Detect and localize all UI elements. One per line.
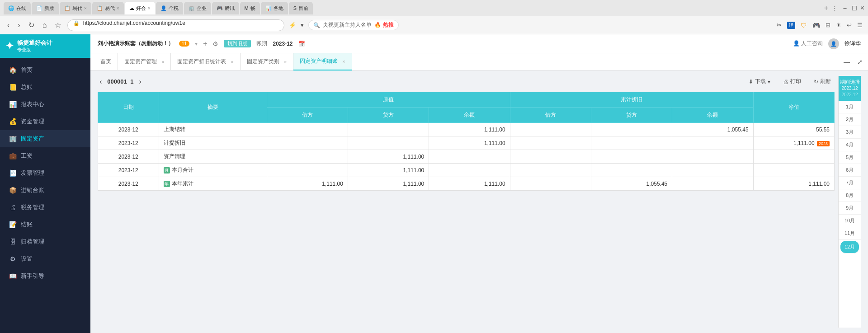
th-accumulated: 累计折旧: [510, 92, 753, 108]
sidebar-item-tax[interactable]: 🖨 税务管理: [0, 199, 90, 216]
dropdown-btn[interactable]: ▾: [301, 22, 304, 28]
search-box[interactable]: 🔍 央视更新主持人名单 🔥 热搜: [308, 20, 398, 30]
sidebar-item-fixed-asset[interactable]: 🏢 固定资产: [0, 130, 90, 147]
undo-icon[interactable]: ↩: [847, 22, 852, 28]
extension-icon[interactable]: ⚡: [289, 22, 296, 28]
minimize-btn[interactable]: －: [841, 4, 849, 13]
cell-orig-balance: 1,111.00: [429, 177, 510, 191]
tab-bar-actions: + ⋮ － □ ×: [824, 4, 864, 13]
browser-tab-enterprise[interactable]: 🏢 企业: [184, 2, 211, 14]
refresh-btn[interactable]: ↻: [27, 20, 36, 30]
browser-tab-tax[interactable]: 👤 个税: [156, 2, 183, 14]
cell-acc-balance: [672, 150, 753, 164]
period-month-item[interactable]: 10月: [839, 215, 861, 227]
tab-close-detail[interactable]: ×: [342, 59, 345, 64]
tab-close-mgmt[interactable]: ×: [161, 59, 164, 65]
sidebar-item-settlement[interactable]: 📝 结账: [0, 216, 90, 233]
browser-tab-yidai1[interactable]: 📋 易代 ×: [60, 2, 91, 14]
refresh-btn[interactable]: ↻ 刷新: [810, 76, 835, 87]
period-month-item[interactable]: 6月: [839, 164, 861, 177]
fixed-asset-icon: 🏢: [9, 135, 16, 142]
forward-btn[interactable]: ›: [16, 20, 22, 30]
add-account-btn[interactable]: +: [203, 40, 207, 48]
back-btn[interactable]: ‹: [5, 20, 11, 30]
period-month-item[interactable]: 5月: [839, 151, 861, 164]
cell-orig-credit: 1,111.00: [348, 150, 429, 164]
home-browser-btn[interactable]: ⌂: [41, 20, 49, 30]
tab-menu-btn[interactable]: ⋮: [832, 5, 838, 12]
switch-version-btn[interactable]: 切到旧版: [224, 40, 251, 47]
scissors-icon[interactable]: ✂: [777, 22, 782, 28]
minimize-panel-btn[interactable]: —: [842, 56, 852, 67]
salary-icon: 💼: [9, 152, 16, 159]
customer-service-btn[interactable]: 👤 人工咨询: [793, 40, 823, 47]
sidebar-item-salary[interactable]: 💼 工资: [0, 147, 90, 164]
settings-btn[interactable]: ⚙: [212, 40, 218, 47]
purchase-icon: 📦: [9, 187, 16, 194]
sidebar-item-report[interactable]: 📊 报表中心: [0, 96, 90, 113]
translate-icon[interactable]: 译: [787, 22, 795, 29]
sidebar-item-guide[interactable]: 📖 新手引导: [0, 267, 90, 285]
period-month-item[interactable]: 7月: [839, 177, 861, 189]
tab-close-stats[interactable]: ×: [231, 59, 233, 65]
period-month-item[interactable]: 8月: [839, 189, 861, 202]
period-month-item[interactable]: 9月: [839, 202, 861, 215]
browser-tab-active[interactable]: ☁ 好会 ×: [125, 2, 155, 14]
shield-icon[interactable]: 🛡: [801, 22, 807, 29]
prev-btn[interactable]: ‹: [98, 78, 104, 86]
address-input[interactable]: 🔒 https://cloud.chanjet.com/accounting/u…: [67, 19, 284, 31]
browser-tab-tencent[interactable]: 🎮 腾讯: [212, 2, 239, 14]
maximize-panel-btn[interactable]: ⤢: [855, 56, 864, 67]
dropdown-account-btn[interactable]: ▾: [195, 41, 198, 47]
more-icon[interactable]: ☰: [857, 22, 863, 28]
cell-acc-balance: 1,055.45: [672, 123, 753, 136]
period-month-item[interactable]: 11月: [839, 227, 861, 240]
tab-home[interactable]: 首页: [94, 53, 118, 70]
game-icon[interactable]: 🎮: [812, 22, 820, 29]
period-months-container: 1月2月3月4月5月6月7月8月9月10月11月12月: [839, 101, 861, 254]
period-month-item[interactable]: 4月: [839, 139, 861, 151]
tab-fixed-asset-mgmt[interactable]: 固定资产管理 ×: [118, 53, 171, 70]
cell-orig-debit: [267, 136, 348, 150]
sidebar-item-invoice[interactable]: 🧾 发票管理: [0, 164, 90, 182]
print-btn[interactable]: 🖨 打印: [779, 76, 805, 87]
cell-acc-debit: [510, 177, 591, 191]
hot-search-label[interactable]: 🔥 热搜: [374, 21, 393, 29]
period-month-item[interactable]: 2月: [839, 113, 861, 126]
ledger-table: 日期 摘要 原值 累计折旧 净值 借方 贷方 余额 借方 贷方 余额: [98, 92, 835, 191]
tab-asset-category[interactable]: 固定资产类别 ×: [241, 53, 293, 70]
tab-depreciation-stats[interactable]: 固定资产折旧统计表 ×: [171, 53, 240, 70]
dropdown-icon: ▾: [768, 79, 770, 85]
download-icon: ⬇: [749, 79, 753, 85]
browser-tab-chang[interactable]: M 畅: [240, 2, 260, 14]
browser-tab-online[interactable]: 🌐 在线: [4, 2, 31, 14]
close-btn[interactable]: ×: [860, 4, 864, 12]
avatar: 👤: [828, 38, 839, 49]
brightness-icon[interactable]: ☀: [836, 22, 841, 28]
browser-tab-yidai2[interactable]: 📋 易代 ×: [92, 2, 124, 14]
sidebar-item-purchase[interactable]: 📦 进销台账: [0, 182, 90, 199]
sidebar-item-capital[interactable]: 💰 资金管理: [0, 113, 90, 130]
period-month-item[interactable]: 12月: [840, 241, 859, 253]
browser-tab-current[interactable]: S 目前: [289, 2, 313, 14]
sidebar-item-settings[interactable]: ⚙ 设置: [0, 250, 90, 267]
next-btn[interactable]: ›: [137, 78, 143, 86]
sidebar-item-ledger[interactable]: 📒 总账: [0, 79, 90, 96]
calendar-icon[interactable]: 📅: [298, 41, 305, 47]
maximize-btn[interactable]: □: [852, 4, 857, 12]
tab-close-icon[interactable]: ×: [148, 6, 151, 11]
tab-close-category[interactable]: ×: [284, 59, 287, 65]
tab-close-icon[interactable]: ×: [117, 6, 119, 11]
period-month-item[interactable]: 1月: [839, 101, 861, 113]
tab-close-icon[interactable]: ×: [84, 6, 87, 11]
download-btn[interactable]: ⬇ 下载 ▾: [745, 76, 774, 87]
sidebar-item-archive[interactable]: 🗄 归档管理: [0, 233, 90, 250]
grid-icon[interactable]: ⊞: [826, 22, 830, 28]
period-month-item[interactable]: 3月: [839, 126, 861, 139]
bookmark-btn[interactable]: ☆: [53, 20, 63, 30]
sidebar-item-home[interactable]: 🏠 首页: [0, 61, 90, 79]
add-tab-btn[interactable]: +: [824, 4, 828, 12]
browser-tab-new[interactable]: 📄 新版: [32, 2, 59, 14]
tab-asset-detail[interactable]: 固定资产明细账 ×: [293, 53, 352, 70]
browser-tab-gedi[interactable]: 📊 各地: [261, 2, 288, 14]
